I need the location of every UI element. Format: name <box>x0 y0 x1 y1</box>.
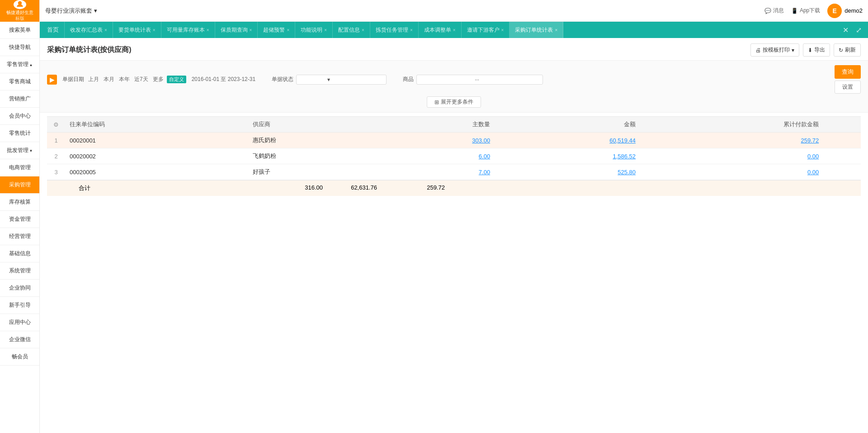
tab-close-purchase-summary[interactable]: × <box>555 28 557 33</box>
expand-filters-btn[interactable]: ⊞ 展开更多条件 <box>427 96 481 108</box>
col-settings-icon[interactable]: ⚙ <box>53 121 59 128</box>
tab-close-overstock-warning[interactable]: × <box>287 28 289 33</box>
sidebar-item-ecommerce[interactable]: 电商管理 <box>0 159 39 176</box>
tab-goods-summary[interactable]: 要货单统计表× <box>113 22 161 38</box>
sidebar-item-vip[interactable]: 畅会员 <box>0 348 39 366</box>
date-shortcut-this-month[interactable]: 本月 <box>102 75 116 84</box>
cell-amount[interactable]: 1,586.52 <box>495 148 640 164</box>
cell-supplier: 飞鹤奶粉 <box>248 148 383 164</box>
logo-icon <box>14 0 26 9</box>
col-code: 往来单位编码 <box>65 117 248 133</box>
tab-close-picking-task[interactable]: × <box>410 28 413 33</box>
sidebar-item-finance[interactable]: 资金管理 <box>0 211 39 228</box>
sidebar-item-newguide[interactable]: 新手引导 <box>0 297 39 314</box>
status-select[interactable]: ▾ <box>296 75 387 85</box>
app-subtitle: 标版 <box>15 15 24 22</box>
sidebar-item-wechat[interactable]: 企业微信 <box>0 331 39 348</box>
footer-cells: 合计 316.00 62,631.76 259.72 <box>52 184 856 192</box>
goods-select[interactable]: ··· <box>416 75 543 85</box>
tab-close-goods-summary[interactable]: × <box>153 28 156 33</box>
cell-amount[interactable]: 60,519.44 <box>495 133 640 148</box>
tab-purchase-summary[interactable]: 采购订单统计表× <box>509 22 563 38</box>
cell-paid[interactable]: 0.00 <box>640 164 823 180</box>
print-btn[interactable]: 🖨 按模板打印 ▾ <box>750 43 799 57</box>
date-filter-item: 单据日期 上月 本月 本年 近7天 更多 自定义 <box>62 75 186 84</box>
top-bar: 母婴行业演示账套 ▾ 💬 消息 📱 App下载 E demo2 <box>40 0 868 22</box>
avatar: E <box>827 4 842 18</box>
cell-paid[interactable]: 259.72 <box>640 133 823 148</box>
date-shortcut-7days[interactable]: 近7天 <box>133 75 150 84</box>
maximize-tab-btn[interactable]: ⤢ <box>853 25 864 35</box>
cell-qty[interactable]: 6.00 <box>383 148 495 164</box>
tab-function-desc[interactable]: 功能说明× <box>295 22 333 38</box>
settings-btn[interactable]: 设置 <box>835 81 861 94</box>
cell-index: 2 <box>47 148 65 164</box>
sidebar-item-marketing[interactable]: 营销推广 <box>0 90 39 108</box>
tab-close-function-desc[interactable]: × <box>324 28 327 33</box>
tab-available-inventory[interactable]: 可用量库存账本× <box>161 22 215 38</box>
table-wrap: ⚙ 往来单位编码 供应商 主数量 金额 累计付款金额 1 00020001 惠氏… <box>40 116 868 196</box>
sidebar-item-collab[interactable]: 企业协同 <box>0 280 39 297</box>
sidebar-item-inventory[interactable]: 库存核算 <box>0 194 39 211</box>
main-wrap: 母婴行业演示账套 ▾ 💬 消息 📱 App下载 E demo2 首页收发存汇总表… <box>40 0 868 433</box>
tab-home[interactable]: 首页 <box>42 22 65 38</box>
cell-qty[interactable]: 303.00 <box>383 133 495 148</box>
filter-toggle-btn[interactable]: ▶ <box>47 75 57 85</box>
sidebar-item-basic[interactable]: 基础信息 <box>0 245 39 262</box>
sidebar-item-appcenter[interactable]: 应用中心 <box>0 314 39 331</box>
tab-bar-actions: ✕ ⤢ <box>840 25 866 35</box>
tab-expiry-query[interactable]: 保质期查询× <box>215 22 258 38</box>
tab-config-info[interactable]: 配置信息× <box>333 22 370 38</box>
page-header: 采购订单统计表(按供应商) 🖨 按模板打印 ▾ ⬇ 导出 ↻ 刷新 <box>40 38 868 61</box>
close-tab-btn[interactable]: ✕ <box>840 25 851 35</box>
refresh-icon: ↻ <box>839 47 843 53</box>
sidebar-item-retail[interactable]: 零售管理 <box>0 56 39 73</box>
account-dropdown[interactable]: 母婴行业演示账套 ▾ <box>45 7 97 15</box>
query-btn[interactable]: 查询 <box>835 65 861 79</box>
export-btn[interactable]: ⬇ 导出 <box>803 43 830 57</box>
cell-extra <box>823 133 861 148</box>
tab-close-config-info[interactable]: × <box>362 28 364 33</box>
print-label: 按模板打印 <box>763 46 790 54</box>
sidebar-item-wholesale[interactable]: 批发管理 <box>0 142 39 159</box>
sidebar-item-system[interactable]: 系统管理 <box>0 262 39 280</box>
data-table: ⚙ 往来单位编码 供应商 主数量 金额 累计付款金额 1 00020001 惠氏… <box>47 116 861 180</box>
expand-filters-row: ⊞ 展开更多条件 <box>47 96 861 108</box>
top-bar-left: 母婴行业演示账套 ▾ <box>45 7 97 15</box>
tab-close-available-inventory[interactable]: × <box>207 28 209 33</box>
tab-close-cost-adjust[interactable]: × <box>453 28 456 33</box>
tab-receive-summary[interactable]: 收发存汇总表× <box>65 22 113 38</box>
footer-paid: 259.72 <box>382 184 449 192</box>
cell-extra <box>823 148 861 164</box>
filter-row: ▶ 单据日期 上月 本月 本年 近7天 更多 自定义 2016-01-01 至 … <box>47 65 861 94</box>
sidebar-item-retail-mall[interactable]: 零售商城 <box>0 73 39 90</box>
sidebar-item-membership[interactable]: 会员中心 <box>0 108 39 125</box>
cell-extra <box>823 164 861 180</box>
cell-paid[interactable]: 0.00 <box>640 148 823 164</box>
sidebar-item-ops[interactable]: 经营管理 <box>0 228 39 245</box>
cell-amount[interactable]: 525.80 <box>495 164 640 180</box>
date-shortcut-more[interactable]: 更多 <box>151 75 165 84</box>
sidebar-item-shortcut[interactable]: 快捷导航 <box>0 39 39 56</box>
date-range: 2016-01-01 至 2023-12-31 <box>192 76 255 83</box>
cell-code: 00020005 <box>65 164 248 180</box>
date-shortcut-this-year[interactable]: 本年 <box>118 75 131 84</box>
app-download-btn[interactable]: 📱 App下载 <box>791 7 820 14</box>
tab-overstock-warning[interactable]: 超储预警× <box>258 22 295 38</box>
tab-invite-downstream[interactable]: 邀请下游客户× <box>462 22 510 38</box>
tab-close-invite-downstream[interactable]: × <box>501 28 504 33</box>
date-shortcut-last-month[interactable]: 上月 <box>87 75 100 84</box>
sidebar-item-retail-stats[interactable]: 零售统计 <box>0 125 39 142</box>
message-btn[interactable]: 💬 消息 <box>764 7 784 14</box>
tab-picking-task[interactable]: 拣货任务管理× <box>370 22 419 38</box>
account-name: 母婴行业演示账套 <box>45 7 92 15</box>
refresh-label: 刷新 <box>845 46 856 54</box>
sidebar-item-purchase[interactable]: 采购管理 <box>0 176 39 194</box>
tab-close-expiry-query[interactable]: × <box>250 28 252 33</box>
cell-qty[interactable]: 7.00 <box>383 164 495 180</box>
user-avatar-wrap[interactable]: E demo2 <box>827 4 863 18</box>
tab-cost-adjust[interactable]: 成本调整单× <box>419 22 462 38</box>
sidebar-item-search[interactable]: 搜索英单 <box>0 22 39 39</box>
tab-close-receive-summary[interactable]: × <box>104 28 107 33</box>
refresh-btn[interactable]: ↻ 刷新 <box>834 43 861 57</box>
